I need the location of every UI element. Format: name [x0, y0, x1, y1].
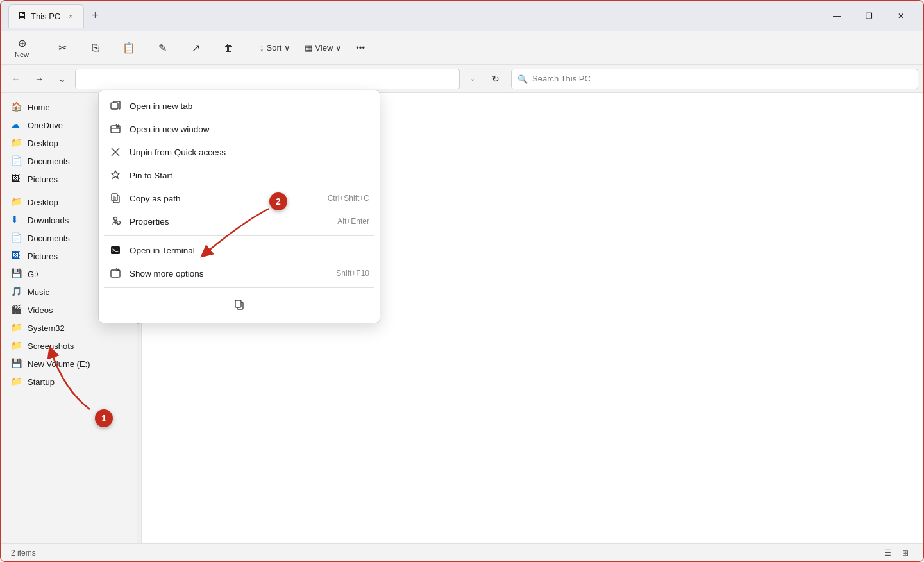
rename-button[interactable]: ✎ — [146, 34, 178, 62]
ctx-pin-start[interactable]: Pin to Start — [99, 164, 380, 187]
ctx-show-more-shortcut: Shift+F10 — [336, 269, 369, 278]
startup-icon: 📁 — [11, 376, 22, 387]
new-button[interactable]: ⊕ New — [6, 34, 38, 62]
address-bar: ← → ⌄ ⌄ ↻ 🔍 — [1, 65, 923, 93]
ctx-show-more[interactable]: Show more options Shift+F10 — [99, 262, 380, 285]
ctx-unpin-label: Unpin from Quick access — [130, 148, 369, 157]
sidebar-item-new-volume[interactable]: 💾 New Volume (E:) — [3, 355, 139, 373]
sidebar-item-screenshots[interactable]: 📁 Screenshots — [3, 337, 139, 355]
ctx-unpin[interactable]: Unpin from Quick access — [99, 140, 380, 164]
grid-view-btn[interactable]: ⊞ — [898, 545, 913, 561]
dropdown-button[interactable]: ⌄ — [52, 69, 72, 89]
refresh-icon: ↻ — [492, 74, 500, 84]
sidebar-label-home: Home — [28, 103, 50, 112]
status-bar: 2 items ☰ ⊞ — [1, 543, 923, 561]
ctx-bottom-area — [99, 291, 380, 319]
paste-icon: 📋 — [122, 42, 135, 54]
sort-button[interactable]: ↕ Sort ∨ — [253, 37, 297, 60]
ctx-terminal[interactable]: Open in Terminal — [99, 239, 380, 262]
copy-button[interactable]: ⎘ — [80, 34, 112, 62]
new-label: New — [15, 51, 29, 58]
home-icon: 🏠 — [11, 101, 22, 113]
search-input[interactable] — [511, 69, 918, 89]
ctx-separator-1 — [104, 235, 374, 236]
window-controls: — ❐ ✕ — [822, 6, 916, 26]
ctx-copy-path[interactable]: Copy as path Ctrl+Shift+C — [99, 187, 380, 210]
documents-pinned-icon: 📄 — [11, 155, 22, 167]
rename-icon: ✎ — [158, 42, 167, 54]
refresh-button[interactable]: ↻ — [485, 69, 506, 89]
music-icon: 🎵 — [11, 286, 22, 298]
view-icon: ▦ — [305, 43, 312, 53]
onedrive-icon: ☁ — [11, 119, 22, 131]
sort-dropdown-icon: ∨ — [284, 43, 290, 53]
tab-title: This PC — [31, 12, 60, 21]
sidebar-label-desktop-pinned: Desktop — [28, 139, 58, 148]
sidebar-label-startup: Startup — [28, 377, 55, 387]
toolbar-separator-2 — [249, 38, 249, 58]
sidebar-label-screenshots: Screenshots — [28, 341, 74, 351]
search-wrapper: 🔍 — [511, 69, 918, 89]
new-volume-icon: 💾 — [11, 358, 22, 370]
this-pc-tab[interactable]: 🖥 This PC × — [8, 4, 84, 28]
back-button[interactable]: ← — [6, 69, 26, 89]
ctx-pin-start-icon — [109, 169, 122, 182]
tab-close-btn[interactable]: × — [65, 11, 76, 21]
more-button[interactable]: ••• — [349, 37, 371, 60]
new-tab-btn[interactable]: + — [87, 1, 104, 31]
desktop-icon: 📁 — [11, 196, 22, 208]
badge-1: 1 — [95, 409, 113, 427]
ctx-copy-path-shortcut: Ctrl+Shift+C — [328, 194, 369, 203]
paste-button[interactable]: 📋 — [113, 34, 145, 62]
ctx-properties-icon — [109, 215, 122, 228]
sidebar-label-music: Music — [28, 287, 49, 297]
forward-button[interactable]: → — [29, 69, 49, 89]
grid-view-icon: ⊞ — [902, 549, 909, 558]
list-view-btn[interactable]: ☰ — [880, 545, 895, 561]
ctx-properties-shortcut: Alt+Enter — [337, 217, 369, 226]
badge-2-number: 2 — [276, 196, 281, 207]
videos-icon: 🎬 — [11, 304, 22, 316]
sidebar-label-documents: Documents — [28, 234, 70, 243]
sidebar-label-pictures-pinned: Pictures — [28, 175, 58, 184]
ctx-properties-label: Properties — [130, 217, 337, 226]
ctx-open-new-window[interactable]: Open in new window — [99, 117, 380, 140]
delete-button[interactable]: 🗑 — [213, 34, 245, 62]
ctx-pin-start-label: Pin to Start — [130, 171, 369, 180]
pc-icon: 🖥 — [17, 10, 27, 22]
maximize-button[interactable]: ❐ — [854, 6, 884, 26]
ctx-terminal-icon — [109, 244, 122, 257]
ctx-open-new-tab[interactable]: Open in new tab — [99, 94, 380, 117]
documents-icon: 📄 — [11, 232, 22, 244]
ctx-bottom-copy-btn[interactable] — [229, 294, 249, 315]
ctx-separator-2 — [104, 287, 374, 288]
desktop-pinned-icon: 📁 — [11, 137, 22, 149]
sidebar-label-g-drive: G:\ — [28, 269, 38, 279]
minimize-button[interactable]: — — [822, 6, 852, 26]
badge-1-number: 1 — [101, 413, 106, 423]
cut-button[interactable]: ✂ — [46, 34, 78, 62]
dropdown-icon: ⌄ — [58, 74, 66, 84]
sort-arrows-icon: ↕ — [260, 43, 264, 53]
more-icon: ••• — [356, 43, 365, 53]
share-button[interactable]: ↗ — [180, 34, 212, 62]
sidebar-label-new-volume: New Volume (E:) — [28, 359, 90, 369]
pictures-pinned-icon: 🖼 — [11, 173, 22, 185]
address-dropdown-btn[interactable]: ⌄ — [462, 69, 483, 89]
search-icon: 🔍 — [517, 74, 528, 83]
forward-icon: → — [35, 74, 44, 84]
toolbar-separator-1 — [42, 38, 42, 58]
sidebar-label-onedrive: OneDrive — [28, 121, 63, 130]
ctx-properties[interactable]: Properties Alt+Enter — [99, 210, 380, 233]
status-text: 2 items — [11, 549, 36, 558]
ctx-open-new-window-label: Open in new window — [130, 124, 369, 134]
address-input[interactable] — [75, 69, 460, 89]
close-button[interactable]: ✕ — [886, 6, 916, 26]
context-menu: Open in new tab Open in new window Unpin… — [98, 90, 380, 323]
view-button[interactable]: ▦ View ∨ — [298, 37, 348, 60]
list-view-icon: ☰ — [884, 549, 891, 558]
sidebar-item-startup[interactable]: 📁 Startup — [3, 373, 139, 391]
cut-icon: ✂ — [58, 42, 67, 54]
sidebar-label-desktop: Desktop — [28, 198, 58, 207]
sort-label: Sort — [267, 43, 282, 53]
